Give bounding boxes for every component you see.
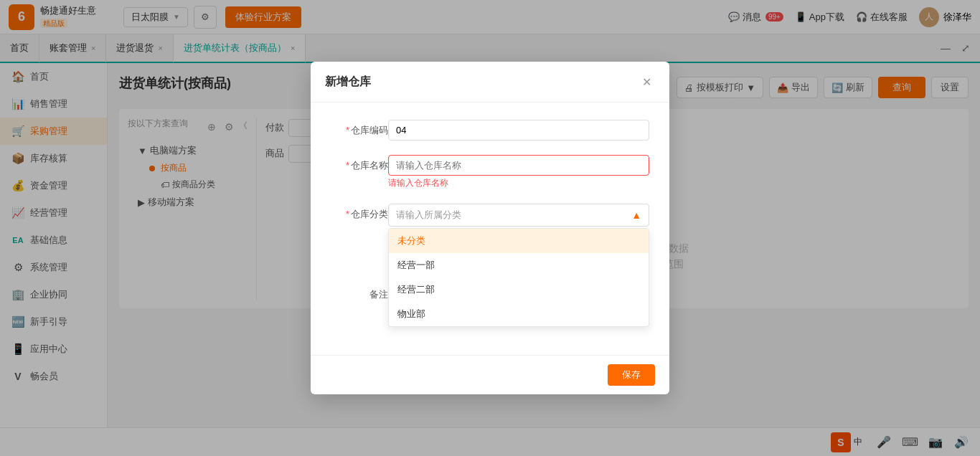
modal-header: 新增仓库 ✕ <box>311 62 669 103</box>
remark-label: 备注 <box>331 284 388 301</box>
category-up-arrow-icon: ▲ <box>631 209 641 221</box>
name-error-message: 请输入仓库名称 <box>388 177 649 189</box>
modal-close-button[interactable]: ✕ <box>638 73 655 90</box>
name-label: 仓库名称 <box>331 155 388 172</box>
modal-overlay: 新增仓库 ✕ 仓库编码 仓库名称 请输入仓库名称 仓库分类 <box>0 0 980 456</box>
category-selector[interactable]: 请输入所属分类 ▲ <box>388 204 649 227</box>
category-label: 仓库分类 <box>331 204 388 221</box>
category-dropdown: 未分类 经营一部 经营二部 物业部 <box>388 228 649 327</box>
dropdown-item-dept2[interactable]: 经营二部 <box>389 277 649 302</box>
warehouse-name-input[interactable] <box>388 155 649 176</box>
form-row-code: 仓库编码 <box>331 120 649 141</box>
dropdown-item-dept1[interactable]: 经营一部 <box>389 253 649 277</box>
form-row-category: 仓库分类 请输入所属分类 ▲ 未分类 经营一部 经营二 <box>331 204 649 227</box>
category-placeholder: 请输入所属分类 <box>396 209 461 222</box>
modal-body: 仓库编码 仓库名称 请输入仓库名称 仓库分类 请输入所属分类 <box>311 103 669 355</box>
save-button[interactable]: 保存 <box>608 364 655 386</box>
code-label: 仓库编码 <box>331 120 388 137</box>
add-warehouse-modal: 新增仓库 ✕ 仓库编码 仓库名称 请输入仓库名称 仓库分类 <box>311 62 669 394</box>
dropdown-item-uncategorized[interactable]: 未分类 <box>389 229 649 253</box>
warehouse-code-input[interactable] <box>388 120 649 141</box>
dropdown-item-property[interactable]: 物业部 <box>389 302 649 326</box>
modal-footer: 保存 <box>311 355 669 394</box>
modal-title: 新增仓库 <box>325 75 371 90</box>
form-row-name: 仓库名称 请输入仓库名称 <box>331 155 649 189</box>
